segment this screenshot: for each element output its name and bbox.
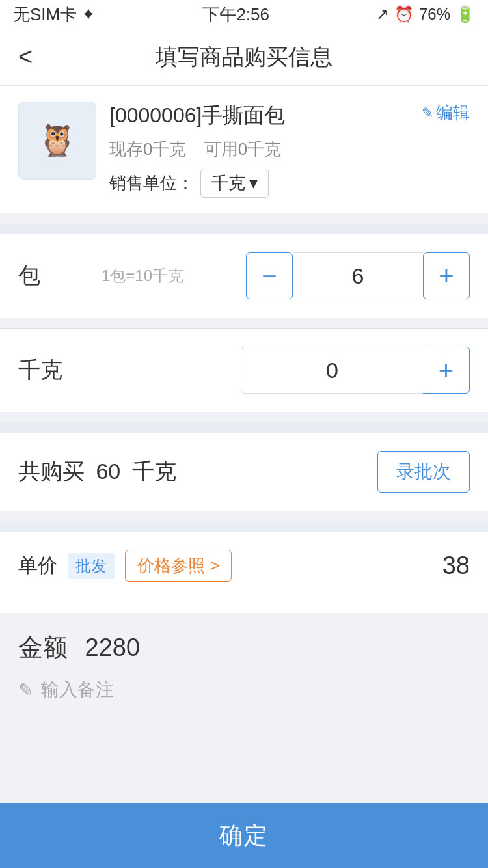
stock-value: 现存0千克	[109, 139, 186, 159]
location-icon: ↗	[376, 5, 389, 23]
total-prefix: 共购买	[18, 459, 85, 483]
remark-placeholder[interactable]: 输入备注	[41, 677, 114, 702]
bao-input-row: 包 1包=10千克 − +	[18, 234, 470, 318]
price-value: 38	[442, 552, 470, 580]
kg-input-section: 千克 +	[0, 329, 488, 412]
kg-input-row: 千克 +	[18, 329, 470, 412]
kg-quantity-input[interactable]	[241, 347, 423, 394]
confirm-bar[interactable]: 确定	[0, 803, 488, 868]
amount-label: 金额	[18, 634, 68, 661]
confirm-button[interactable]: 确定	[219, 820, 269, 852]
price-row: 单价 批发 价格参照 > 38	[18, 550, 470, 582]
total-text: 共购买 60 千克	[18, 457, 176, 487]
battery-percent: 76%	[419, 5, 450, 23]
total-amount: 60	[96, 459, 120, 483]
bao-quantity-control: − +	[246, 252, 470, 299]
dropdown-icon: ▾	[249, 173, 258, 193]
total-section: 共购买 60 千克 录批次	[0, 433, 488, 511]
product-image: 🦉	[18, 102, 96, 180]
status-bar-time: 下午2:56	[202, 3, 269, 26]
product-unit-row: 销售单位： 千克 ▾	[109, 169, 470, 198]
product-card: 🦉 [0000006]手撕面包 ✎ 编辑 现存0千克 可用0千克 销售单位： 千…	[0, 86, 488, 213]
kg-quantity-control: +	[241, 347, 470, 394]
battery-icon: 🔋	[455, 5, 475, 23]
bao-increment-button[interactable]: +	[423, 252, 470, 299]
price-type-tag: 批发	[68, 553, 115, 579]
alarm-icon: ⏰	[394, 5, 414, 23]
product-stock: 现存0千克 可用0千克	[109, 138, 470, 161]
total-suffix: 千克	[132, 459, 176, 483]
batch-button[interactable]: 录批次	[377, 451, 470, 493]
unit-label: 销售单位：	[109, 172, 194, 195]
bottom-spacer	[0, 720, 488, 785]
price-section: 单价 批发 价格参照 > 38	[0, 532, 488, 613]
amount-row: 金额 2280	[18, 631, 470, 664]
edit-button[interactable]: ✎ 编辑	[422, 102, 470, 124]
unit-value: 千克	[211, 172, 245, 195]
pencil-icon: ✎	[18, 679, 33, 701]
separator-4	[0, 521, 488, 532]
edit-label: 编辑	[436, 102, 470, 124]
status-bar-left: 无SIM卡 ✦	[13, 3, 96, 26]
bao-quantity-input[interactable]	[293, 252, 423, 299]
price-label: 单价	[18, 552, 57, 579]
product-thumbnail: 🦉	[38, 122, 77, 159]
status-bar: 无SIM卡 ✦ 下午2:56 ↗ ⏰ 76% 🔋	[0, 0, 488, 29]
product-info: [0000006]手撕面包 ✎ 编辑 现存0千克 可用0千克 销售单位： 千克 …	[109, 102, 470, 198]
amount-section: 金额 2280 ✎ 输入备注	[0, 613, 488, 720]
kg-increment-button[interactable]: +	[423, 347, 470, 394]
unit-dropdown[interactable]: 千克 ▾	[200, 169, 269, 198]
edit-icon: ✎	[422, 105, 433, 122]
bao-decrement-button[interactable]: −	[246, 252, 293, 299]
bao-hint: 1包=10千克	[102, 265, 183, 286]
remark-row[interactable]: ✎ 输入备注	[18, 677, 470, 702]
kg-label: 千克	[18, 355, 96, 385]
bao-label-group: 包 1包=10千克	[18, 261, 183, 291]
amount-value: 2280	[85, 634, 141, 661]
bao-label: 包	[18, 261, 96, 291]
status-bar-right: ↗ ⏰ 76% 🔋	[376, 5, 475, 23]
bao-input-section: 包 1包=10千克 − +	[0, 234, 488, 318]
product-name: [0000006]手撕面包	[109, 102, 285, 130]
nav-bar: < 填写商品购买信息	[0, 29, 488, 86]
price-reference-button[interactable]: 价格参照 >	[125, 550, 232, 582]
page-title: 填写商品购买信息	[156, 42, 332, 72]
separator-1	[0, 224, 488, 234]
back-button[interactable]: <	[18, 43, 33, 71]
sim-status: 无SIM卡 ✦	[13, 3, 96, 26]
separator-3	[0, 422, 488, 433]
available-value: 可用0千克	[204, 139, 281, 159]
kg-label-group: 千克	[18, 355, 96, 385]
